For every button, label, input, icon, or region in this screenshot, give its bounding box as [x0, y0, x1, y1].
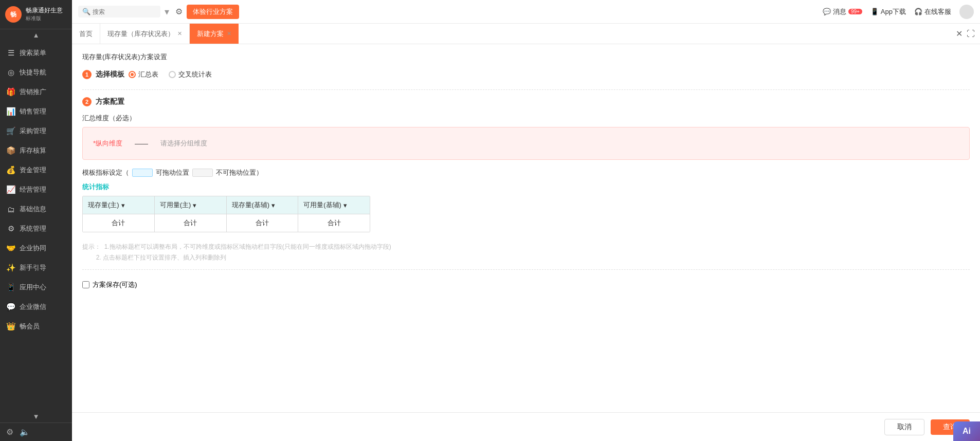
- online-service-btn[interactable]: 🎧 在线客服: [914, 7, 951, 16]
- stats-col-label-2: 现存量(基辅): [232, 200, 270, 210]
- sidebar-item-label: 搜索菜单: [20, 48, 46, 58]
- stats-col-dropdown-1[interactable]: ▾: [193, 201, 196, 209]
- dim-error-box[interactable]: *纵向维度 —— 请选择分组维度: [82, 127, 970, 160]
- radio-summary-circle: [129, 71, 136, 78]
- message-btn[interactable]: 💬 消息 99+: [823, 7, 862, 16]
- search-input[interactable]: [93, 8, 144, 15]
- sidebar-settings-button[interactable]: ⚙: [6, 427, 13, 437]
- sidebar-item-basic-info[interactable]: 🗂 基础信息: [0, 199, 72, 219]
- sidebar-bottom: ⚙ 🔈: [0, 422, 72, 441]
- gear-icon[interactable]: ⚙: [175, 7, 183, 16]
- sidebar-item-label: 系统管理: [20, 224, 46, 233]
- sidebar-logo: 畅 畅康通好生意 标准版: [0, 0, 72, 29]
- quick-nav-icon: ◎: [6, 68, 15, 77]
- sidebar-item-label: 采购管理: [20, 126, 46, 136]
- finance-icon: 💰: [6, 166, 15, 175]
- step1-num: 1: [82, 70, 92, 79]
- sidebar-item-wechat[interactable]: 💬 企业微信: [0, 297, 72, 317]
- sidebar-scroll-down[interactable]: ▼: [0, 411, 72, 422]
- dim-dash: ——: [135, 140, 148, 148]
- sidebar-item-label: 库存核算: [20, 146, 46, 155]
- legend-draggable-label: 可拖动位置: [156, 168, 189, 177]
- template-label-text: 模板指标设定（: [82, 168, 129, 177]
- sidebar-item-quick-nav[interactable]: ◎ 快捷导航: [0, 63, 72, 82]
- app-icon: 📱: [870, 8, 879, 15]
- sidebar-item-label: 基础信息: [20, 205, 46, 214]
- sidebar-item-sales[interactable]: 📊 销售管理: [0, 102, 72, 121]
- legend-draggable-box: [132, 169, 153, 177]
- radio-summary[interactable]: 汇总表: [129, 70, 158, 79]
- sidebar-speaker-button[interactable]: 🔈: [20, 427, 30, 437]
- tab-close-panel-btn[interactable]: ✕: [956, 29, 963, 39]
- save-row: 方案保存(可选): [82, 280, 970, 289]
- tab-inventory-status[interactable]: 现存量（库存状况表） ✕: [100, 24, 190, 44]
- sidebar-item-new-guide[interactable]: ✨ 新手引导: [0, 258, 72, 278]
- stats-cell-1: 合计: [155, 214, 227, 232]
- sidebar-item-app-center[interactable]: 📱 应用中心: [0, 278, 72, 297]
- sidebar-item-label: 资金管理: [20, 166, 46, 175]
- legend-fixed-label: 不可拖动位置）: [216, 168, 263, 177]
- inventory-icon: 📦: [6, 146, 15, 155]
- topbar: 🔍 ▾ ⚙ 体验行业方案 💬 消息 99+ 📱 App下载 🎧 在线客服: [72, 0, 980, 24]
- main-area: 🔍 ▾ ⚙ 体验行业方案 💬 消息 99+ 📱 App下载 🎧 在线客服: [72, 0, 980, 441]
- sidebar-item-cooperation[interactable]: 🤝 企业协同: [0, 238, 72, 258]
- stats-table-header: 现存量(主) ▾ 可用量(主) ▾ 现存量(基辅) ▾: [83, 196, 370, 214]
- new-guide-icon: ✨: [6, 263, 15, 272]
- sidebar-item-label: 企业协同: [20, 244, 46, 253]
- sidebar-item-label: 快捷导航: [20, 68, 46, 77]
- sidebar-scroll-up[interactable]: ▲: [0, 29, 72, 41]
- cancel-button[interactable]: 取消: [884, 419, 924, 435]
- marketing-icon: 🎁: [6, 87, 15, 97]
- app-center-icon: 📱: [6, 283, 15, 292]
- stats-section: 统计指标 现存量(主) ▾ 可用量(主) ▾: [82, 182, 970, 232]
- radio-cross[interactable]: 交叉统计表: [169, 70, 212, 79]
- stats-col-dropdown-2[interactable]: ▾: [271, 201, 275, 209]
- sidebar-item-inventory[interactable]: 📦 库存核算: [0, 141, 72, 160]
- stats-col-header-3[interactable]: 可用量(基辅) ▾: [298, 196, 370, 214]
- tab-expand-btn[interactable]: ⛶: [967, 29, 975, 39]
- sidebar-item-system[interactable]: ⚙ 系统管理: [0, 219, 72, 238]
- step1-header: 1 选择模板 汇总表 交叉统计表: [82, 70, 970, 79]
- template-radio-group: 汇总表 交叉统计表: [129, 70, 212, 79]
- industry-btn[interactable]: 体验行业方案: [187, 5, 239, 19]
- stats-col-dropdown-3[interactable]: ▾: [343, 201, 347, 209]
- basic-info-icon: 🗂: [6, 205, 15, 214]
- tab-home[interactable]: 首页: [72, 24, 100, 44]
- tab-inventory-close[interactable]: ✕: [177, 30, 182, 37]
- stats-table-body: 合计 合计 合计 合计: [83, 214, 370, 232]
- system-icon: ⚙: [6, 224, 15, 233]
- search-menu-icon: ☰: [6, 48, 15, 58]
- topbar-right: 💬 消息 99+ 📱 App下载 🎧 在线客服: [823, 5, 974, 19]
- step2-header: 2 方案配置: [82, 97, 970, 106]
- sidebar-item-search-menu[interactable]: ☰ 搜索菜单: [0, 43, 72, 63]
- tab-new-scheme[interactable]: 新建方案 ✕: [190, 24, 239, 44]
- stats-col-header-1[interactable]: 可用量(主) ▾: [155, 196, 227, 214]
- stats-title: 统计指标: [82, 182, 970, 192]
- sidebar-item-finance[interactable]: 💰 资金管理: [0, 160, 72, 180]
- ai-float-btn[interactable]: Ai: [953, 421, 980, 441]
- step2-num: 2: [82, 97, 92, 106]
- dropdown-icon[interactable]: ▾: [165, 6, 169, 17]
- sidebar-item-member[interactable]: 👑 畅会员: [0, 317, 72, 336]
- stats-col-label-0: 现存量(主): [88, 200, 119, 210]
- stats-col-header-2[interactable]: 现存量(基辅) ▾: [227, 196, 299, 214]
- search-icon: 🔍: [82, 8, 90, 15]
- step2-section: 2 方案配置 汇总维度（必选） *纵向维度 —— 请选择分组维度 模板指标设定（…: [82, 97, 970, 289]
- stats-col-label-1: 可用量(主): [160, 200, 191, 210]
- sidebar-item-operation[interactable]: 📈 经营管理: [0, 180, 72, 199]
- tab-new-scheme-close[interactable]: ✕: [227, 30, 231, 37]
- tab-new-scheme-label: 新建方案: [197, 29, 224, 39]
- stats-cell-0: 合计: [83, 214, 155, 232]
- app-download-btn[interactable]: 📱 App下载: [870, 7, 906, 16]
- panel-title: 现存量(库存状况表)方案设置: [82, 52, 970, 62]
- search-box[interactable]: 🔍: [78, 6, 160, 17]
- user-avatar[interactable]: [959, 5, 974, 19]
- stats-cell-3: 合计: [298, 214, 370, 232]
- tips-box: 提示： 1.拖动标题栏可以调整布局，不可跨维度或指标区域拖动栏目字段(只能在同一…: [82, 243, 970, 262]
- sidebar-item-purchase[interactable]: 🛒 采购管理: [0, 121, 72, 141]
- save-checkbox[interactable]: [82, 281, 89, 288]
- stats-col-dropdown-0[interactable]: ▾: [121, 201, 125, 209]
- stats-col-header-0[interactable]: 现存量(主) ▾: [83, 196, 155, 214]
- divider1: [82, 89, 970, 90]
- sidebar-item-marketing[interactable]: 🎁 营销推广: [0, 82, 72, 102]
